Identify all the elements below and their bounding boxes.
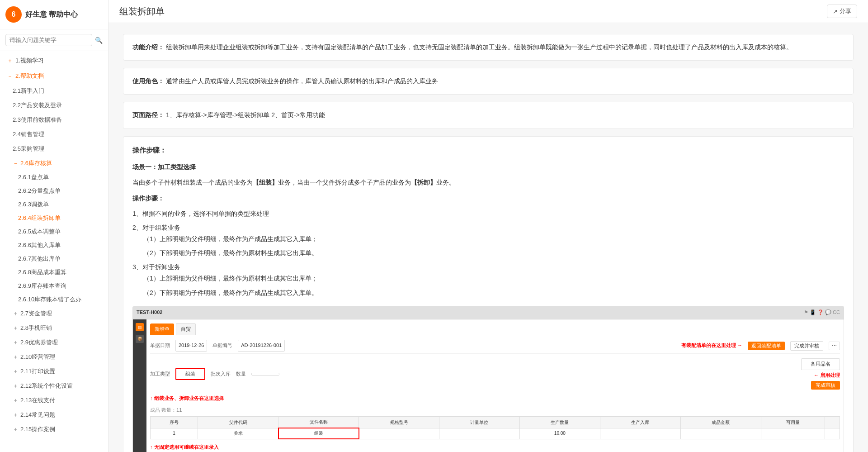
ss-type-label: 加工类型 (150, 370, 170, 379)
step1: 1、根据不同的业务，选择不同单据的类型来处理 (132, 208, 844, 219)
sidebar-item-pay[interactable]: ＋ 2.13在线支付 (0, 393, 108, 408)
ss-top-table: 序号 父件代码 父件名称 规格型号 计量单位 生产数量 生产入库 成品金额 可用… (150, 416, 840, 439)
sidebar-label: 2.6.2分量盘点单 (18, 187, 61, 195)
expand-icon: ＋ (7, 57, 13, 65)
ss-topbar-id: TEST-H002 (137, 308, 162, 317)
ss-order-value: AD-20191226-001 (238, 340, 285, 352)
share-button[interactable]: ↗ 分享 (827, 5, 857, 18)
sidebar-label: 2.6库存核算 (20, 159, 52, 167)
sidebar-item-2.6.6[interactable]: 2.6.6其他入库单 (0, 238, 108, 252)
sidebar-item-2.6.10[interactable]: 2.6.10库存账本错了么办 (0, 293, 108, 306)
sidebar-item-ops[interactable]: ＋ 2.10经营管理 (0, 350, 108, 364)
sidebar-label: 2.13在线支付 (20, 396, 55, 404)
expand-icon: ＋ (13, 338, 19, 347)
role-block: 使用角色： 通常由生产人员或库管人员完成拆装业务的操作，库管人员确认原材料的出库… (123, 68, 854, 95)
sidebar-item-dataprep[interactable]: 2.3使用前数据准备 (0, 113, 108, 127)
sidebar-item-print[interactable]: ＋ 2.11打印设置 (0, 364, 108, 379)
sidebar-item-label: 2.帮助文档 (15, 72, 44, 80)
sidebar-item-sales[interactable]: 2.4销售管理 (0, 127, 108, 142)
sidebar-item-2.6.7[interactable]: 2.6.7其他出库单 (0, 252, 108, 266)
expand-icon: ＋ (13, 324, 19, 332)
sidebar-item-videos[interactable]: ＋ 1.视频学习 (0, 53, 108, 68)
ss-topbar-icons: ⚑ 📱 ❓ 💬 CC (804, 308, 840, 317)
ss-approve-btn[interactable]: 完成审核 (811, 381, 840, 390)
ss-nav-icon2: 📦 (136, 335, 144, 343)
share-icon: ↗ (833, 8, 838, 15)
expand-icon: ＋ (13, 309, 19, 318)
sidebar-item-2.6.4[interactable]: 2.6.4组装拆卸单 (0, 211, 108, 225)
sidebar-label: 2.6.10库存账本错了么办 (18, 295, 81, 304)
expand-icon: ＋ (13, 411, 19, 419)
path-label: 页面路径： (132, 111, 164, 119)
collapse-icon: － (13, 159, 19, 167)
main-area: 组装拆卸单 ↗ 分享 功能介绍： 组装拆卸单用来处理企业组装或拆卸等加工业务，支… (108, 0, 868, 452)
sidebar-label: 2.9优惠券管理 (20, 338, 58, 347)
ss-count-input (251, 373, 279, 376)
ss-annotation-top: 有装配清单的在这里处理 → (681, 341, 742, 350)
sidebar-label: 2.2产品安装及登录 (13, 101, 62, 109)
search-box: 🔍 (0, 29, 108, 51)
sidebar-item-2.6.5[interactable]: 2.6.5成本调整单 (0, 225, 108, 238)
sidebar-item-custom[interactable]: ＋ 2.12系统个性化设置 (0, 379, 108, 393)
screenshot-container: TEST-H002 ⚑ 📱 ❓ 💬 CC ▤ 📦 新增单 (132, 306, 844, 452)
sidebar-item-2.6.9[interactable]: 2.6.9库存账本查询 (0, 279, 108, 293)
collapse-icon: － (7, 72, 13, 80)
sidebar-item-inventory[interactable]: － 2.6库存核算 (0, 156, 108, 171)
table-row: 1 关米 组装 10.00 (151, 428, 840, 439)
step2-sub1: （1）上部明细为父件明细，最终作为产成品生成其它入库单； (143, 233, 844, 245)
sidebar-label: 2.4销售管理 (13, 130, 44, 138)
ss-date-value: 2019-12-26 (175, 340, 207, 352)
page-title: 组装拆卸单 (119, 5, 165, 18)
sidebar-item-2.6.3[interactable]: 2.6.3调拨单 (0, 198, 108, 211)
search-icon[interactable]: 🔍 (95, 37, 103, 44)
scenario1-title: 场景一：加工类型选择 (132, 162, 844, 173)
sidebar-label: 2.12系统个性化设置 (20, 382, 73, 390)
feature-intro-text: 组装拆卸单用来处理企业组装或拆卸等加工业务，支持有固定装配清单的产品加工业务，也… (166, 43, 793, 51)
sidebar-label: 2.11打印设置 (20, 367, 55, 376)
sidebar-item-docs[interactable]: － 2.帮助文档 (0, 68, 108, 84)
expand-icon: ＋ (13, 396, 19, 404)
sidebar-header: 6 好生意 帮助中心 (0, 0, 108, 29)
sidebar-item-label: 1.视频学习 (15, 57, 44, 65)
sidebar-label: 2.6.4组装拆卸单 (18, 214, 61, 222)
sidebar-item-2.6.2[interactable]: 2.6.2分量盘点单 (0, 184, 108, 198)
step3-sub2: （2）下部明细为子件明细，最终作为产成品生成其它入库单。 (143, 287, 844, 299)
sidebar: 6 好生意 帮助中心 🔍 ＋ 1.视频学习 － 2.帮助文档 2.1新手入门 2… (0, 0, 108, 452)
step3-sub1: （1）上部明细为父件明细，最终作为原材料生成其它出库单； (143, 273, 844, 284)
ss-return-btn[interactable]: 返回装配清单 (748, 342, 785, 350)
sidebar-label: 2.6.5成本调整单 (18, 228, 61, 236)
sidebar-label: 2.6.6其他入库单 (18, 241, 61, 249)
sidebar-label: 2.6.8商品成本重算 (18, 268, 66, 276)
ss-tab-self[interactable]: 自贸 (176, 323, 196, 336)
sidebar-label: 2.14常见问题 (20, 411, 55, 419)
sidebar-label: 2.8手机旺铺 (20, 324, 52, 332)
sidebar-item-purchase[interactable]: 2.5采购管理 (0, 142, 108, 156)
sidebar-label: 2.3使用前数据准备 (13, 116, 62, 124)
sidebar-label: 2.6.9库存账本查询 (18, 282, 66, 290)
role-text: 通常由生产人员或库管人员完成拆装业务的操作，库管人员确认原材料的出库和产成品的入… (166, 77, 438, 85)
ss-enable-field: 备用品名 (801, 358, 840, 370)
sidebar-item-2.6.8[interactable]: 2.6.8商品成本重算 (0, 266, 108, 279)
ss-annotation-bottom: ↑ 无固定选用可继续在这里录入 (150, 443, 840, 452)
sidebar-item-install[interactable]: 2.2产品安装及登录 (0, 98, 108, 113)
site-title: 好生意 帮助中心 (25, 10, 78, 19)
step3: 3、对于拆卸业务 （1）上部明细为父件明细，最终作为原材料生成其它出库单； （2… (132, 262, 844, 299)
step2: 2、对于组装业务 （1）上部明细为父件明细，最终作为产成品生成其它入库单； （2… (132, 222, 844, 259)
sidebar-item-cases[interactable]: ＋ 2.15操作案例 (0, 422, 108, 437)
ss-tab-new[interactable]: 新增单 (150, 324, 174, 335)
sidebar-item-finance[interactable]: ＋ 2.7资金管理 (0, 306, 108, 321)
expand-icon: ＋ (13, 425, 19, 433)
search-input[interactable] (5, 34, 92, 46)
sidebar-item-mobile[interactable]: ＋ 2.8手机旺铺 (0, 321, 108, 335)
ss-count-label: 批次入库 (211, 370, 231, 379)
sidebar-item-newbie[interactable]: 2.1新手入门 (0, 84, 108, 98)
sidebar-item-coupon[interactable]: ＋ 2.9优惠券管理 (0, 335, 108, 350)
ss-more-btn[interactable]: ⋯ (829, 342, 840, 350)
ss-grid-label-top: 成品 数量：11 (150, 406, 182, 415)
sidebar-label: 2.10经营管理 (20, 353, 55, 361)
sidebar-item-faq[interactable]: ＋ 2.14常见问题 (0, 408, 108, 422)
ops-title: 操作步骤： (132, 144, 844, 156)
sidebar-item-2.6.1[interactable]: 2.6.1盘点单 (0, 171, 108, 184)
ss-confirm-btn[interactable]: 完成并审核 (790, 341, 823, 351)
content-area: 功能介绍： 组装拆卸单用来处理企业组装或拆卸等加工业务，支持有固定装配清单的产品… (108, 23, 868, 452)
